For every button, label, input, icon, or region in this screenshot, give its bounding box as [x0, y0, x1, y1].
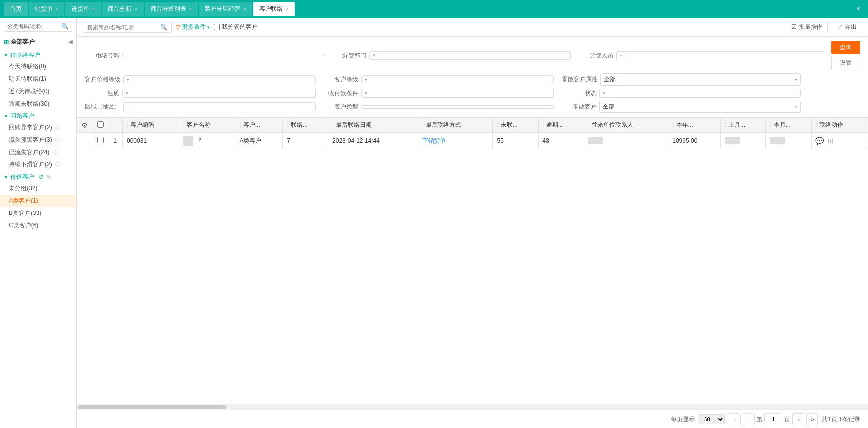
filter-row-3: 性质 ▾ 收付款条件 ▾ 状态 ▾ — [85, 89, 860, 98]
th-name[interactable]: :客户名称 — [179, 118, 235, 133]
last-method-link[interactable]: 下销货单 — [422, 137, 446, 144]
more-conditions-button[interactable]: ▽ 更多条件 ▾ — [176, 23, 210, 31]
sidebar-item-churned[interactable]: 已流失客户(24) ⓘ — [0, 146, 76, 159]
per-page-select[interactable]: 50 100 200 — [699, 414, 725, 424]
filter-payment-select[interactable]: ▾ — [361, 89, 554, 98]
tab-purchase-close[interactable]: × — [92, 6, 95, 12]
th-code[interactable]: :客户编码 — [123, 118, 179, 133]
th-action[interactable]: :联络动作 — [812, 118, 868, 133]
filter-retail-attr-value: 全部 — [604, 75, 616, 84]
chevron-down-icon3: ▾ — [127, 77, 129, 82]
sidebar-item-tomorrow-pending[interactable]: 明天待联络(1) — [0, 73, 76, 85]
filter-region-input[interactable]: ··· — [123, 102, 316, 111]
row-checkbox[interactable] — [97, 137, 104, 143]
current-page-input[interactable] — [764, 413, 782, 425]
sidebar-collapse-button[interactable]: ◀ — [68, 39, 72, 45]
th-last-date[interactable]: :最后联络日期 — [328, 118, 418, 133]
tab-customer-contact-close[interactable]: × — [286, 6, 289, 12]
th-rownum — [108, 118, 123, 133]
tab-purchase[interactable]: 进货单 × — [65, 2, 101, 16]
th-this-year[interactable]: :本年... — [668, 118, 720, 133]
filter-customer-grade: 客户等级 ▾ — [324, 75, 562, 84]
tab-goods-analysis-close[interactable]: × — [135, 6, 138, 12]
sidebar-all-customers-label: 全部客户 — [11, 38, 35, 46]
sidebar-group-pending[interactable]: ▼ 待联络客户 — [0, 49, 76, 60]
chat-icon[interactable]: 💬 — [815, 137, 824, 145]
select-all-checkbox[interactable] — [97, 121, 104, 128]
table-row: 1 000031 ？ A类客户 7 2023-04-12 14:44: 下销货单… — [77, 133, 868, 149]
sidebar-item-overdue-uncontact[interactable]: 逾期未联络(30) — [0, 98, 76, 110]
tab-goods-list-close[interactable]: × — [189, 6, 192, 12]
filter-phone-input[interactable] — [122, 54, 324, 57]
filter-manager-input[interactable]: ··· — [616, 51, 825, 60]
sidebar-all-customers[interactable]: ⊞ 全部客户 ◀ — [0, 35, 76, 49]
sidebar-item-7day-pending[interactable]: 近7天待联络(0) — [0, 85, 76, 98]
horizontal-scrollbar[interactable] — [77, 404, 868, 410]
my-customers-checkbox[interactable]: 我分管的客户 — [214, 23, 258, 31]
filter-search-input[interactable] — [87, 24, 158, 30]
th-contact[interactable]: :联络... — [283, 118, 328, 133]
grid-action-icon[interactable]: ⊞ — [828, 137, 834, 145]
th-this-month[interactable]: :本月... — [766, 118, 812, 133]
edit-icon[interactable]: ✎ — [46, 174, 51, 181]
td-last-method[interactable]: 下销货单 — [418, 133, 493, 149]
export-button[interactable]: ↗ 导出 — [832, 21, 862, 33]
th-type[interactable]: :客户... — [235, 118, 283, 133]
sidebar-group-problem[interactable]: ▼ 问题客户 — [0, 110, 76, 121]
prev-page-button[interactable]: ‹ — [743, 413, 755, 425]
tab-sales[interactable]: 销货单 × — [29, 2, 64, 16]
filter-search-icon: 🔍 — [160, 24, 167, 31]
tab-goods-analysis[interactable]: 商品分析 × — [102, 2, 144, 16]
sidebar-item-declining[interactable]: 持续下滑客户(2) ⓘ — [0, 159, 76, 171]
tab-goods-list[interactable]: 商品分析列表 × — [145, 2, 198, 16]
gear-icon[interactable]: ⚙ — [81, 121, 88, 129]
sidebar-item-ungrouped[interactable]: 未分组(32) — [0, 182, 76, 195]
sidebar-search-input[interactable] — [7, 23, 59, 29]
th-uncontact[interactable]: :未联... — [493, 118, 539, 133]
th-overdue[interactable]: :逾期... — [539, 118, 584, 133]
tab-customer-layer-close[interactable]: × — [243, 6, 246, 12]
filter-customer-grade-select[interactable]: ▾ — [361, 75, 554, 84]
tab-customer-layer[interactable]: 客户分层经营 × — [199, 2, 252, 16]
th-last-method[interactable]: :最后联络方式 — [418, 118, 493, 133]
filter-status-select[interactable]: ▾ — [599, 89, 801, 98]
th-unit-contact[interactable]: :往来单位联系人 — [584, 118, 668, 133]
filter-retail-customer-select[interactable]: 全部 ▾ — [599, 101, 801, 113]
tab-customer-contact[interactable]: 客户联络 × — [253, 2, 295, 16]
sidebar-item-class-c[interactable]: C类客户(6) — [0, 219, 76, 232]
filter-dept-select[interactable]: ▾ — [369, 51, 570, 60]
td-check[interactable] — [93, 133, 108, 149]
close-all-tabs-button[interactable]: × — [852, 3, 864, 15]
filter-phone: 电话号码 — [85, 52, 331, 60]
filter-price-grade-select[interactable]: ▾ — [123, 75, 316, 84]
sidebar-group-value[interactable]: ▼ 价值客户 ↺ ✎ — [0, 171, 76, 182]
sidebar-item-today-pending[interactable]: 今天待联络(0) — [0, 60, 76, 73]
th-settings[interactable]: ⚙ — [77, 118, 93, 133]
refresh-icon[interactable]: ↺ — [38, 174, 43, 181]
last-page-button[interactable]: » — [806, 413, 818, 425]
filter-retail-attr-select[interactable]: 全部 ▾ — [600, 73, 801, 86]
tab-home-label: 首页 — [10, 5, 22, 13]
sidebar-item-churn-warning[interactable]: 流失预警客户(3) ⓘ — [0, 134, 76, 146]
first-page-button[interactable]: « — [729, 413, 741, 425]
sidebar-search-box[interactable]: 🔍 — [4, 21, 72, 32]
tab-sales-close[interactable]: × — [55, 6, 58, 12]
more-conditions-label: 更多条件 — [182, 23, 206, 31]
filter-nature-select[interactable]: ▾ — [122, 89, 316, 98]
filter-retail-attr-label: 零散客户属性 — [562, 75, 597, 84]
sidebar: 🔍 ⊞ 全部客户 ◀ ▼ 待联络客户 今天待联络(0) 明天待联络(1) 近7天… — [0, 18, 77, 428]
th-check[interactable] — [93, 118, 108, 133]
sidebar-item-repurchase-anomaly[interactable]: 回购异常客户(2) ⓘ — [0, 121, 76, 134]
th-last-month[interactable]: :上月... — [720, 118, 766, 133]
settings-button[interactable]: 设置 — [831, 56, 860, 70]
filter-search-box[interactable]: 🔍 — [83, 22, 172, 33]
sidebar-item-class-b[interactable]: B类客户(33) — [0, 207, 76, 219]
my-customers-check-input[interactable] — [214, 24, 220, 30]
sidebar-item-class-a[interactable]: A类客户(1) — [0, 195, 76, 207]
scrollbar-thumb[interactable] — [78, 405, 226, 409]
batch-op-button[interactable]: ☑ 批量操作 — [786, 21, 827, 33]
tab-home[interactable]: 首页 — [4, 2, 28, 16]
next-page-button[interactable]: › — [792, 413, 804, 425]
query-button[interactable]: 查询 — [831, 41, 860, 54]
filter-customer-type-input[interactable] — [361, 105, 554, 109]
